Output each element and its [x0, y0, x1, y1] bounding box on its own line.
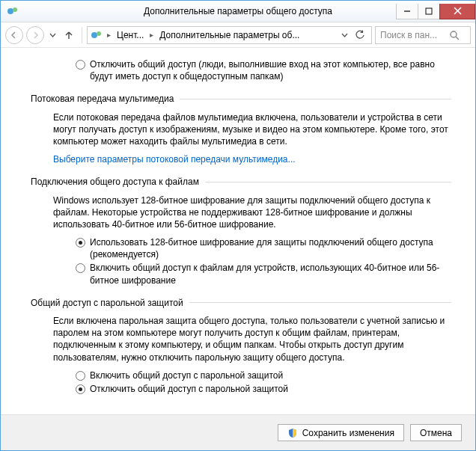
password-sharing-header: Общий доступ с парольной защитой [31, 297, 451, 309]
svg-point-6 [91, 32, 97, 38]
address-bar[interactable]: ▸ Цент... ▸ Дополнительные параметры об.… [87, 26, 372, 44]
breadcrumb-segment-1[interactable]: Цент... [115, 30, 145, 40]
maximize-button[interactable] [418, 4, 440, 19]
divider [205, 182, 451, 182]
svg-point-7 [97, 31, 101, 36]
titlebar[interactable]: Дополнительные параметры общего доступа [1, 1, 475, 22]
public-sharing-off-label: Отключить общий доступ (люди, выполнивши… [90, 58, 451, 82]
radio-icon [76, 238, 85, 248]
minimize-button[interactable] [396, 4, 418, 19]
location-icon [91, 29, 103, 41]
encryption-40-option[interactable]: Включить общий доступ к файлам для устро… [76, 262, 451, 286]
password-on-label: Включить общий доступ с парольной защито… [90, 369, 283, 381]
file-encryption-description: Windows использует 128-битное шифрование… [53, 194, 451, 231]
encryption-128-label: Использовать 128-битное шифрование для з… [90, 236, 451, 260]
media-streaming-title: Потоковая передача мультимедиа [31, 93, 174, 105]
cancel-button-label: Отмена [420, 428, 452, 438]
save-button-label: Сохранить изменения [302, 428, 394, 438]
shield-icon [287, 428, 298, 438]
refresh-button[interactable] [353, 30, 368, 40]
media-streaming-link[interactable]: Выберите параметры потоковой передачи му… [53, 153, 296, 165]
search-input[interactable] [379, 29, 446, 41]
back-button[interactable] [5, 26, 23, 44]
password-sharing-title: Общий доступ с парольной защитой [31, 297, 183, 309]
save-button[interactable]: Сохранить изменения [278, 424, 404, 441]
chevron-right-icon[interactable]: ▸ [147, 31, 156, 39]
password-off-label: Отключить общий доступ с парольной защит… [90, 383, 288, 395]
navigation-bar: ▸ Цент... ▸ Дополнительные параметры об.… [1, 22, 475, 48]
close-button[interactable] [439, 4, 475, 19]
radio-icon [76, 263, 85, 273]
search-icon [449, 30, 460, 40]
content-area: Отключить общий доступ (люди, выполнивши… [1, 48, 475, 414]
history-dropdown[interactable] [47, 26, 58, 44]
svg-point-8 [451, 31, 457, 37]
svg-line-9 [456, 37, 459, 40]
svg-point-0 [7, 8, 13, 14]
search-box[interactable] [375, 26, 471, 44]
divider [180, 99, 451, 99]
nav-separator [82, 27, 82, 43]
password-on-option[interactable]: Включить общий доступ с парольной защито… [76, 369, 451, 381]
footer-bar: Сохранить изменения Отмена [1, 414, 475, 450]
svg-point-1 [13, 7, 17, 12]
media-streaming-description: Если потоковая передача файлов мультимед… [53, 111, 451, 148]
breadcrumb-segment-2[interactable]: Дополнительные параметры об... [158, 30, 301, 40]
cancel-button[interactable]: Отмена [410, 424, 462, 441]
window-buttons [397, 4, 475, 19]
public-sharing-off-option[interactable]: Отключить общий доступ (люди, выполнивши… [76, 58, 451, 82]
window-frame: Дополнительные параметры общего доступа [0, 0, 476, 451]
radio-icon [76, 371, 85, 381]
address-dropdown[interactable] [338, 31, 351, 38]
divider [189, 302, 451, 303]
control-panel-icon [7, 5, 19, 17]
forward-button[interactable] [26, 26, 44, 44]
radio-icon [76, 60, 85, 70]
encryption-128-option[interactable]: Использовать 128-битное шифрование для з… [76, 236, 451, 260]
radio-icon [76, 384, 85, 394]
file-encryption-title: Подключения общего доступа к файлам [31, 176, 199, 188]
password-off-option[interactable]: Отключить общий доступ с парольной защит… [76, 383, 451, 395]
svg-rect-3 [426, 8, 432, 14]
media-streaming-header: Потоковая передача мультимедиа [31, 93, 451, 105]
chevron-right-icon[interactable]: ▸ [104, 31, 114, 39]
password-sharing-description: Если включена парольная защита общего до… [53, 315, 451, 363]
file-encryption-header: Подключения общего доступа к файлам [31, 176, 451, 188]
encryption-40-label: Включить общий доступ к файлам для устро… [90, 262, 451, 286]
up-button[interactable] [61, 27, 77, 43]
